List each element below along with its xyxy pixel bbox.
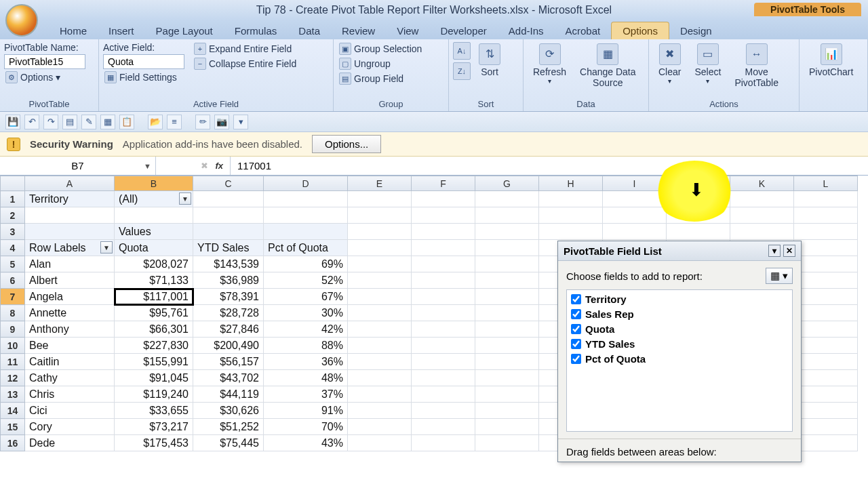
field-checkbox[interactable] (571, 294, 581, 304)
cell-A10[interactable]: Bee (25, 338, 115, 354)
cell-E13[interactable] (348, 386, 412, 403)
field-checkbox[interactable] (571, 324, 581, 334)
cell-G3[interactable] (475, 224, 539, 240)
row-header-10[interactable]: 10 (1, 338, 25, 354)
cell-D5[interactable]: 69% (264, 256, 348, 272)
cell-J3[interactable] (667, 224, 730, 240)
row-header-2[interactable]: 2 (1, 207, 25, 224)
undo-button[interactable]: ↶ (24, 115, 39, 129)
row-header-14[interactable]: 14 (1, 403, 25, 419)
pivotchart-button[interactable]: 📊PivotChart (804, 42, 859, 79)
cell-A13[interactable]: Chris (25, 386, 115, 403)
cell-H2[interactable] (539, 207, 603, 224)
cell-E8[interactable] (348, 305, 412, 321)
cell-C11[interactable]: $56,157 (193, 354, 264, 370)
tab-acrobat[interactable]: Acrobat (555, 22, 612, 39)
cell-B8[interactable]: $95,761 (115, 305, 193, 321)
cell-G12[interactable] (475, 370, 539, 386)
field-list-titlebar[interactable]: PivotTable Field List ▾ ✕ (558, 241, 801, 261)
cell-A15[interactable]: Cory (25, 419, 115, 435)
row-header-8[interactable]: 8 (1, 305, 25, 321)
cell-A6[interactable]: Albert (25, 272, 115, 289)
field-item-territory[interactable]: Territory (570, 293, 789, 306)
cell-F11[interactable] (412, 354, 475, 370)
cell-J2[interactable] (667, 207, 730, 224)
select-button[interactable]: ▭Select▾ (689, 42, 726, 87)
pivottable-name-input[interactable] (4, 54, 85, 69)
cell-C14[interactable]: $30,626 (193, 403, 264, 419)
cell-B1[interactable]: (All)▼ (115, 191, 193, 207)
field-item-ytd-sales[interactable]: YTD Sales (570, 338, 789, 350)
cell-L6[interactable] (794, 272, 858, 289)
move-pivottable-button[interactable]: ↔Move PivotTable (729, 42, 784, 89)
tab-view[interactable]: View (386, 22, 429, 39)
cell-L3[interactable] (794, 224, 858, 240)
col-header-L[interactable]: L (794, 176, 858, 191)
cell-B14[interactable]: $33,655 (115, 403, 193, 419)
cell-I3[interactable] (603, 224, 667, 240)
cell-A2[interactable] (25, 207, 115, 224)
rowlabels-dropdown-button[interactable]: ▼ (100, 241, 113, 253)
col-header-F[interactable]: F (412, 176, 475, 191)
cell-F8[interactable] (412, 305, 475, 321)
cell-G4[interactable] (475, 240, 539, 256)
cell-A14[interactable]: Cici (25, 403, 115, 419)
cell-L10[interactable] (794, 338, 858, 354)
cell-G11[interactable] (475, 354, 539, 370)
cell-C7[interactable]: $78,391 (193, 289, 264, 305)
field-list-view-button[interactable]: ▦▾ (766, 268, 793, 284)
cell-D2[interactable] (264, 207, 348, 224)
tab-formulas[interactable]: Formulas (224, 22, 288, 39)
cell-B13[interactable]: $119,240 (115, 386, 193, 403)
cell-L4[interactable] (794, 240, 858, 256)
row-header-7[interactable]: 7 (1, 289, 25, 305)
cell-A1[interactable]: Territory (25, 191, 115, 207)
cell-B12[interactable]: $91,045 (115, 370, 193, 386)
tab-add-ins[interactable]: Add-Ins (498, 22, 555, 39)
qat-btn-4[interactable]: ▤ (62, 115, 77, 129)
row-header-5[interactable]: 5 (1, 256, 25, 272)
cell-F6[interactable] (412, 272, 475, 289)
cell-F12[interactable] (412, 370, 475, 386)
cell-L12[interactable] (794, 370, 858, 386)
cell-C16[interactable]: $75,445 (193, 435, 264, 451)
cell-J1[interactable] (667, 191, 730, 207)
cell-G1[interactable] (475, 191, 539, 207)
row-header-6[interactable]: 6 (1, 272, 25, 289)
cell-D16[interactable]: 43% (264, 435, 348, 451)
row-header-15[interactable]: 15 (1, 419, 25, 435)
cell-G13[interactable] (475, 386, 539, 403)
filter-dropdown-button[interactable]: ▼ (179, 192, 191, 205)
qat-btn-6[interactable]: ▦ (100, 115, 115, 129)
cell-G7[interactable] (475, 289, 539, 305)
cell-B6[interactable]: $71,133 (115, 272, 193, 289)
cell-E11[interactable] (348, 354, 412, 370)
cell-L8[interactable] (794, 305, 858, 321)
row-header-9[interactable]: 9 (1, 321, 25, 338)
cell-K2[interactable] (730, 207, 794, 224)
save-button[interactable]: 💾 (5, 115, 20, 129)
cell-G5[interactable] (475, 256, 539, 272)
tab-home[interactable]: Home (49, 22, 98, 39)
col-header-A[interactable]: A (25, 176, 115, 191)
sort-button[interactable]: ⇅Sort (473, 42, 506, 79)
cell-D11[interactable]: 36% (264, 354, 348, 370)
cell-F2[interactable] (412, 207, 475, 224)
refresh-button[interactable]: ⟳Refresh▾ (528, 42, 572, 87)
collapse-field-button[interactable]: −Collapse Entire Field (193, 57, 298, 70)
cell-F14[interactable] (412, 403, 475, 419)
cell-F4[interactable] (412, 240, 475, 256)
cell-F10[interactable] (412, 338, 475, 354)
cell-C12[interactable]: $43,702 (193, 370, 264, 386)
cell-L14[interactable] (794, 403, 858, 419)
cell-D1[interactable] (264, 191, 348, 207)
cell-G16[interactable] (475, 435, 539, 451)
tab-design[interactable]: Design (669, 22, 723, 39)
group-field-button[interactable]: ▤Group Field (338, 72, 423, 85)
col-header-G[interactable]: G (475, 176, 539, 191)
cell-C4[interactable]: YTD Sales (193, 240, 264, 256)
cell-A12[interactable]: Cathy (25, 370, 115, 386)
cell-D10[interactable]: 88% (264, 338, 348, 354)
cell-B2[interactable] (115, 207, 193, 224)
col-header-D[interactable]: D (264, 176, 348, 191)
